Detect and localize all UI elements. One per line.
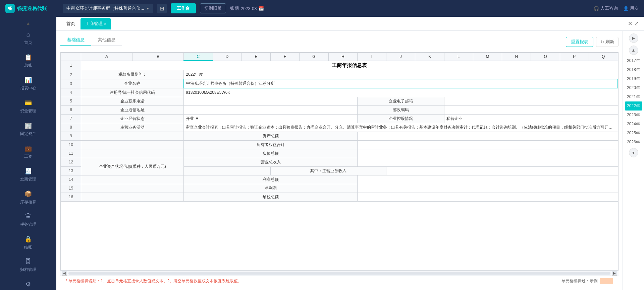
table-row: 1 工商年报信息表 [61, 61, 618, 70]
table-row: 16 纳税总额 [61, 193, 618, 201]
sidebar-label-invoice: 发票管理 [20, 176, 36, 182]
label-regnum: 注册号/统一社会信用代码 [81, 88, 184, 97]
label-address: 企业通信地址 [81, 105, 184, 114]
year-button-2021[interactable]: 2021年 [625, 92, 642, 101]
value-total-tax[interactable] [357, 193, 618, 201]
report-icon: 📊 [24, 76, 32, 84]
scroll-right-button[interactable]: ▶ [612, 271, 617, 276]
scroll-left-button[interactable]: ◀ [62, 271, 67, 276]
settings-icon: ⚙ [25, 281, 31, 288]
service-label: 人工咨询 [600, 5, 618, 11]
value-debt[interactable] [357, 149, 618, 158]
sidebar-scroll-up[interactable]: ▲ [0, 19, 56, 27]
sidebar-item-asset[interactable]: 🏢 固定资产 [0, 118, 56, 141]
value-address[interactable] [184, 105, 358, 114]
label-assets-group [81, 132, 184, 140]
year-button-2024[interactable]: 2024年 [625, 120, 642, 129]
sub-tab-other[interactable]: 其他信息 [91, 35, 122, 46]
workbench-button[interactable]: 工作台 [171, 3, 196, 13]
top-bar: 畅 畅捷通易代账 中审众环会计师事务所（特殊普通合伙... ▼ ⊞ 工作台 切到… [0, 0, 644, 17]
tab-close-button[interactable]: × [104, 22, 106, 26]
row-num-1: 1 [61, 61, 81, 70]
invoice-icon: 🧾 [24, 167, 32, 175]
sidebar-item-fund[interactable]: 💳 资金管理 [0, 95, 56, 118]
value-revenue[interactable] [357, 158, 618, 166]
horizontal-scrollbar[interactable]: ◀ ▶ [60, 270, 619, 276]
col-header-K: K [415, 53, 444, 61]
year-button-2020[interactable]: 2020年 [625, 83, 642, 92]
sidebar-item-stock[interactable]: 📦 库存核算 [0, 186, 56, 209]
sidebar-item-tax[interactable]: 🏛 税务管理 [0, 209, 56, 231]
service-button[interactable]: 🎧 人工咨询 [594, 5, 618, 11]
year-button-2022[interactable]: 2022年 [625, 101, 642, 111]
sub-tab-basic[interactable]: 基础信息 [60, 35, 91, 46]
sidebar-item-invoice[interactable]: 🧾 发票管理 [0, 163, 56, 186]
sidebar-item-close[interactable]: 🔒 结账 [0, 231, 56, 254]
value-netprofit[interactable] [357, 184, 618, 193]
label-assets: 资产总额 [184, 132, 358, 140]
value-assets[interactable] [357, 132, 618, 140]
scroll-track[interactable] [68, 272, 610, 275]
value-postcode[interactable] [444, 105, 618, 114]
sidebar-label-ledger: 总账 [24, 63, 32, 68]
label-status: 企业经营状态 [81, 114, 184, 123]
close-panel-icon[interactable]: ✕ [628, 20, 632, 27]
sidebar-item-report[interactable]: 📊 报表中心 [0, 72, 56, 95]
panel-down-button[interactable]: ▼ [629, 148, 638, 157]
bottom-bar: * 单元格编辑说明：1、点击单元格直接录入数值或文本。2、清空单元格数值或文本恢… [60, 276, 619, 286]
company-selector[interactable]: 中审众环会计师事务所（特殊普通合伙... ▼ [63, 4, 153, 13]
sidebar-item-home[interactable]: ⌂ 首页 [0, 27, 56, 50]
logo-text: 畅捷通易代账 [17, 5, 47, 12]
year-button-2023[interactable]: 2023年 [625, 111, 642, 120]
value-status[interactable]: 开业 ▼ [184, 114, 358, 123]
sidebar-item-archive[interactable]: 🗄 归档管理 [0, 254, 56, 277]
reset-button[interactable]: 重置报表 [566, 37, 593, 47]
refresh-button[interactable]: ↻ 刷新 [596, 37, 619, 47]
year-button-2026[interactable]: 2026年 [625, 138, 642, 147]
expand-icon[interactable]: ⤢ [634, 20, 639, 27]
value-company[interactable]: 中审众环会计师事务所（特殊普通合伙）江苏分所 [184, 79, 618, 88]
calendar-icon[interactable]: 📅 [259, 6, 264, 11]
label-email: 企业电子邮箱 [357, 97, 444, 105]
year-button-2025[interactable]: 2025年 [625, 129, 642, 138]
panel-up-button[interactable]: ▲ [629, 46, 638, 55]
table-row: 14 利润总额 [61, 175, 618, 184]
edit-example-label: 单元格编辑过：示例 [561, 278, 598, 284]
row-num-8: 8 [61, 123, 81, 132]
sidebar: ▲ ⌂ 首页 📋 总账 📊 报表中心 💳 资金管理 🏢 固定资产 💼 工资 🧾 … [0, 17, 56, 290]
sidebar-label-home: 首页 [24, 40, 32, 46]
report-area: 基础信息 其他信息 重置报表 ↻ 刷新 [56, 31, 623, 290]
value-regnum[interactable]: 91320100MA208E5W6K [184, 88, 618, 97]
value-bizactivity[interactable]: 审查企业会计报表；出具审计报告；验证企业资本；出具验资报告；办理企业合开、分立、… [184, 123, 618, 132]
year-button-2019[interactable]: 2019年 [625, 74, 642, 83]
old-version-button[interactable]: 切到旧版 [200, 3, 226, 13]
refresh-label: 刷新 [605, 39, 614, 45]
value-email[interactable] [444, 97, 618, 105]
row-num-15: 15 [61, 184, 81, 193]
label-netprofit-group [81, 184, 184, 193]
value-period[interactable]: 2022年度 [184, 70, 618, 79]
row-num-10: 10 [61, 140, 81, 149]
label-phone: 企业联系电话 [81, 97, 184, 105]
value-control[interactable]: 私营企业 [444, 114, 618, 123]
user-button[interactable]: 👤 用友 [623, 5, 639, 11]
label-postcode: 邮政编码 [357, 105, 444, 114]
panel-collapse-button[interactable]: ▶ [629, 33, 638, 43]
tab-home[interactable]: 首页 [62, 18, 80, 29]
sidebar-item-ledger[interactable]: 📋 总账 [0, 50, 56, 72]
table-row: 6 企业通信地址 邮政编码 [61, 105, 618, 114]
company-settings-button[interactable]: ⊞ [157, 4, 167, 13]
sidebar-item-settings[interactable]: ⚙ 设置 [0, 277, 56, 290]
year-button-2017[interactable]: 2017年 [625, 56, 642, 65]
value-phone[interactable] [184, 97, 358, 105]
home-icon: ⌂ [26, 31, 30, 38]
spreadsheet-container[interactable]: A B C D E F G H I J K L [60, 52, 619, 270]
tab-industrial[interactable]: 工商管理 × [80, 18, 111, 29]
value-profit[interactable] [357, 175, 618, 184]
value-main-rev[interactable] [386, 166, 618, 175]
label-tax-group [81, 193, 184, 201]
stock-icon: 📦 [24, 190, 32, 198]
sidebar-item-wage[interactable]: 💼 工资 [0, 141, 56, 163]
year-button-2018[interactable]: 2018年 [625, 65, 642, 74]
value-equity[interactable] [357, 140, 618, 149]
